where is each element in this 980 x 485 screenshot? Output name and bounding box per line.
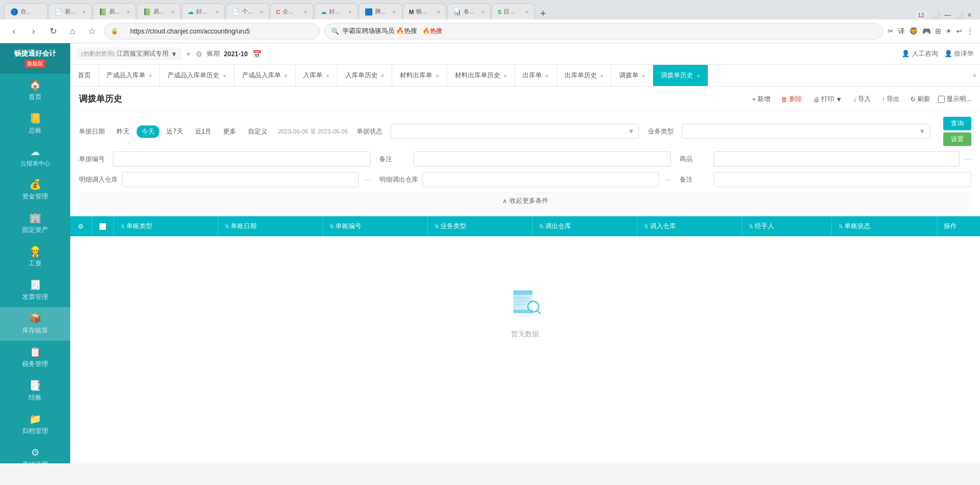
browser-tab-10[interactable]: 📊 各... × <box>447 3 491 19</box>
th-checkbox[interactable] <box>92 216 113 236</box>
tab-product-inbound2[interactable]: 产成品入库单 × <box>234 65 296 87</box>
tab-close-inbound[interactable]: × <box>326 72 329 79</box>
delete-btn[interactable]: 🗑 删除 <box>778 93 806 105</box>
date-btn-7days[interactable]: 近7天 <box>162 125 188 138</box>
maximize-btn[interactable]: ⬜ <box>955 11 963 19</box>
sidebar-item-reports[interactable]: ☁ 云报表中心 <box>0 141 70 173</box>
extension-icon4[interactable]: ☀ <box>945 27 952 35</box>
sidebar-item-home[interactable]: 🏠 首页 <box>0 74 70 107</box>
tab-material-outbound[interactable]: 材料出库单 × <box>392 65 447 87</box>
th-settings[interactable]: ⚙ <box>70 216 92 236</box>
tab-close-inbound-history[interactable]: × <box>381 72 384 79</box>
th-to-warehouse[interactable]: ⇅ 调入仓库 <box>637 216 742 236</box>
biztype-select[interactable]: ▼ <box>682 124 930 139</box>
minimize-btn[interactable]: — <box>944 11 951 19</box>
sidebar-item-inventory[interactable]: 📦 库存核算 <box>0 307 70 341</box>
calendar-icon[interactable]: 📅 <box>252 50 261 58</box>
date-btn-yesterday[interactable]: 昨天 <box>112 125 135 138</box>
forward-btn[interactable]: › <box>26 24 41 39</box>
to-warehouse-input[interactable] <box>422 172 659 187</box>
th-doc-no[interactable]: ⇅ 单账编号 <box>323 216 428 236</box>
docno-input[interactable] <box>113 151 371 167</box>
close-all-tabs-btn[interactable]: × <box>969 71 980 79</box>
sidebar-item-assets[interactable]: 🏢 固定资产 <box>0 207 70 240</box>
extension-icon1[interactable]: 🦁 <box>909 27 918 35</box>
translate-icon[interactable]: 译 <box>898 26 905 36</box>
browser-tab-1[interactable]: 📄 新... × <box>49 3 92 19</box>
extension-icon3[interactable]: ⊞ <box>935 27 941 35</box>
menu-icon[interactable]: ⋮ <box>966 27 974 35</box>
th-biz-type[interactable]: ⇅ 业务类型 <box>428 216 533 236</box>
th-doc-status[interactable]: ⇅ 单账状态 <box>832 216 937 236</box>
gear-settings-icon[interactable]: ⚙ <box>196 50 203 58</box>
sidebar-item-salary[interactable]: 👷 工资 <box>0 240 70 274</box>
new-tab-btn[interactable]: + <box>536 8 551 19</box>
tab-close-transfer-history[interactable]: × <box>696 72 700 79</box>
browser-tab-7[interactable]: ☁ 好... × <box>314 3 358 19</box>
date-btn-1month[interactable]: 近1月 <box>190 125 217 138</box>
tab-material-outbound-history[interactable]: 材料出库单历史 × <box>447 65 515 87</box>
tab-inbound-history[interactable]: 入库单历史 × <box>338 65 392 87</box>
display-checkbox[interactable] <box>938 96 945 103</box>
browser-tab-0[interactable]: 🔵 在... <box>4 3 48 19</box>
sidebar-item-invoice[interactable]: 🧾 发票管理 <box>0 274 70 307</box>
date-btn-more[interactable]: 更多 <box>218 125 241 138</box>
date-btn-custom[interactable]: 自定义 <box>243 125 272 138</box>
refresh-btn[interactable]: ↻ 刷新 <box>907 93 934 105</box>
org-selector[interactable]: (勿删勿禁用) 江西服宝测试专用 ▼ <box>77 48 182 60</box>
note-input[interactable] <box>714 172 971 187</box>
tab-product-inbound[interactable]: 产成品入库单 × <box>99 65 160 87</box>
export-btn[interactable]: ↑ 导出 <box>878 93 903 105</box>
user-avatar[interactable]: 👤 徐泽华 <box>944 49 974 58</box>
tab-close-material-outbound[interactable]: × <box>435 72 439 79</box>
sidebar-item-close[interactable]: 📑 结账 <box>0 374 70 408</box>
refresh-browser-btn[interactable]: ↻ <box>45 24 61 39</box>
tab-close-outbound[interactable]: × <box>545 72 548 79</box>
bookmark-btn[interactable]: ☆ <box>84 24 99 39</box>
sidebar-item-ledger[interactable]: 📒 总账 <box>0 107 70 141</box>
tab-product-inbound-history[interactable]: 产成品入库单历史 × <box>160 65 234 87</box>
browser-tab-3[interactable]: 📗 易... × <box>137 3 180 19</box>
new-btn[interactable]: + 新增 <box>749 93 774 105</box>
sidebar-item-capital[interactable]: 💰 资金管理 <box>0 173 70 207</box>
th-doc-type[interactable]: ⇅ 单账类型 <box>113 216 218 236</box>
back-btn[interactable]: ‹ <box>6 24 22 39</box>
th-handler[interactable]: ⇅ 经手人 <box>742 216 832 236</box>
close-window-btn[interactable]: × <box>968 11 971 19</box>
tab-close-outbound-history[interactable]: × <box>600 72 603 79</box>
browser-tab-5[interactable]: 📄 个... × <box>226 3 269 19</box>
tab-outbound-history[interactable]: 出库单历史 × <box>557 65 612 87</box>
extension-icon2[interactable]: 🎮 <box>922 27 931 35</box>
customer-service-btn[interactable]: 👤 人工咨询 <box>902 49 937 58</box>
from-warehouse-ellipsis-btn[interactable]: ··· <box>364 175 371 184</box>
date-btn-today[interactable]: 今天 <box>137 125 159 138</box>
tab-home[interactable]: 首页 <box>70 65 99 87</box>
to-warehouse-ellipsis-btn[interactable]: ··· <box>664 175 671 184</box>
tab-inbound[interactable]: 入库单 × <box>296 65 337 87</box>
tab-transfer[interactable]: 调拨单 × <box>612 65 653 87</box>
sidebar-item-archive[interactable]: 📁 归档管理 <box>0 408 70 441</box>
sidebar-item-tax[interactable]: 📋 税务管理 <box>0 341 70 374</box>
column-settings-icon[interactable]: ⚙ <box>78 223 84 230</box>
tab-close-product-inbound2[interactable]: × <box>284 72 287 79</box>
browser-tab-6[interactable]: C 企... × <box>270 3 313 19</box>
cut-icon[interactable]: ✂ <box>888 27 894 35</box>
tab-more-btn[interactable]: ⬜ <box>932 11 940 19</box>
from-warehouse-input[interactable] <box>122 172 359 187</box>
display-toggle[interactable]: 显示明... <box>938 95 971 104</box>
browser-tab-2[interactable]: 📗 易... × <box>93 3 136 19</box>
browser-tab-11[interactable]: S 目... × <box>492 3 535 19</box>
undo-icon[interactable]: ↩ <box>956 27 962 35</box>
th-from-warehouse[interactable]: ⇅ 调出仓库 <box>533 216 637 236</box>
settings-btn[interactable]: 设置 <box>943 132 971 146</box>
tab-outbound[interactable]: 出库单 × <box>515 65 556 87</box>
import-btn[interactable]: ↓ 导入 <box>850 93 874 105</box>
query-btn[interactable]: 查询 <box>943 117 971 130</box>
sidebar-item-settings[interactable]: ⚙ 基础设置 <box>0 441 70 463</box>
browser-tab-8[interactable]: 🟦 腾... × <box>359 3 402 19</box>
tab-close-product-inbound[interactable]: × <box>149 72 152 79</box>
url-input[interactable] <box>122 23 313 39</box>
status-select[interactable]: ▼ <box>391 124 639 139</box>
browser-tab-9[interactable]: M 畅... × <box>403 3 446 19</box>
tab-close-transfer[interactable]: × <box>642 72 645 79</box>
